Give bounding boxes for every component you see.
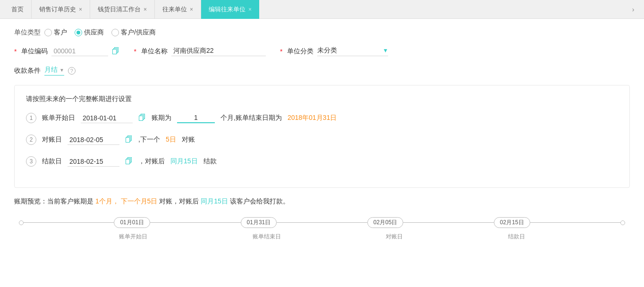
step-row-1: 1 账单开始日 🗍 账期为 个月,账单结束日期为 2018年01月31日: [26, 113, 618, 123]
unit-code-input[interactable]: [51, 46, 108, 56]
mid-label-1: 账期为: [152, 114, 171, 122]
main-content: 单位类型 客户 供应商 客户/供应商 * 单位编码: [0, 19, 644, 287]
step-row-2: 2 对账日 🗍 ,下一个 5日 对账: [26, 135, 618, 145]
payment-cal-icon[interactable]: 🗍: [125, 157, 133, 166]
collection-label: 收款条件: [14, 67, 41, 75]
unit-class-select[interactable]: 未分类 ▼: [317, 46, 388, 56]
unit-info-row: * 单位编码 🗍 * 单位名称 * 单位分类 未分类 ▼: [14, 46, 630, 56]
close-icon[interactable]: ×: [190, 6, 193, 13]
timeline-labels-row: 账单开始日 账单结束日 对账日 结款日: [19, 230, 625, 241]
tab-bar: 首页 销售订单历史 × 钱货日清工作台 × 往来单位 × 编辑往来单位 × ›: [0, 0, 644, 19]
radio-both[interactable]: 客户/供应商: [111, 28, 156, 37]
suffix1: 个月,账单结束日期为: [220, 114, 282, 122]
tl-node-4: 02月15日: [494, 217, 530, 228]
tl-sublabel-4: 结款日: [508, 230, 525, 241]
tab-partner[interactable]: 往来单位 ×: [155, 0, 201, 19]
close-icon[interactable]: ×: [144, 6, 147, 13]
unit-type-row: 单位类型 客户 供应商 客户/供应商: [14, 28, 630, 37]
step-label-2: 对账日: [42, 135, 62, 144]
tl-line-4: [403, 222, 493, 223]
tl-sublabel-1: 账单开始日: [119, 230, 147, 241]
unit-class-dropdown-icon: ▼: [382, 47, 388, 54]
unit-code-label: 单位编码: [21, 47, 48, 56]
tl-line-1: [24, 222, 114, 223]
tl-dot-end: [620, 220, 625, 225]
suffix3: 结款: [203, 157, 217, 166]
tab-edit-partner[interactable]: 编辑往来单位 ×: [201, 0, 259, 19]
preview-text: 账期预览：当前客户账期是 1个月， 下一个月5日 对账，对账后 同月15日 该客…: [14, 197, 630, 206]
tl-node-3: 02月05日: [367, 217, 404, 228]
unit-name-input[interactable]: [171, 46, 266, 56]
preview-part4: 同月15日: [201, 197, 228, 205]
tl-node-2: 01月31日: [241, 217, 277, 228]
month-input[interactable]: [177, 113, 215, 123]
reconcile-cal-icon[interactable]: 🗍: [125, 135, 133, 144]
section-title: 请按照未来的一个完整帐期进行设置: [26, 95, 618, 103]
unit-name-label: 单位名称: [141, 47, 168, 56]
radio-supplier[interactable]: 供应商: [75, 28, 104, 37]
tab-sales-history[interactable]: 销售订单历史 ×: [32, 0, 90, 19]
preview-part2: 下一个月5日: [121, 197, 158, 205]
radio-customer[interactable]: 客户: [44, 28, 67, 37]
tab-expand-button[interactable]: ›: [626, 0, 640, 19]
step-label-3: 结款日: [42, 157, 62, 166]
help-icon[interactable]: ?: [68, 67, 76, 75]
collection-value: 月结: [44, 66, 58, 74]
collection-item: 收款条件 月结 ▼ ?: [14, 66, 76, 76]
tl-line-2: [150, 222, 240, 223]
step-num-3: 3: [26, 156, 36, 167]
payment-date-input[interactable]: [68, 157, 119, 167]
step-label-1: 账单开始日: [42, 114, 75, 122]
close-icon-active[interactable]: ×: [248, 6, 252, 13]
collection-dropdown-icon: ▼: [59, 68, 64, 73]
tl-badge-2: 01月31日: [241, 217, 277, 228]
tl-badge-4: 02月15日: [494, 217, 530, 228]
date-end-highlight: 2018年01月31日: [288, 114, 337, 122]
tab-cash-work[interactable]: 钱货日清工作台 ×: [90, 0, 155, 19]
tl-line-3: [277, 222, 367, 223]
highlight3: 同月15日: [170, 157, 198, 166]
collection-row: 收款条件 月结 ▼ ?: [14, 66, 630, 76]
unit-type-item: 单位类型 客户 供应商 客户/供应商: [14, 28, 156, 37]
tl-sublabel-3: 对账日: [386, 230, 403, 241]
tl-dot-start: [19, 220, 24, 225]
tl-line-5: [530, 222, 620, 223]
unit-code-item: * 单位编码 🗍: [14, 46, 119, 56]
step-num-2: 2: [26, 135, 36, 145]
unit-name-item: * 单位名称: [134, 46, 265, 56]
period-settings-section: 请按照未来的一个完整帐期进行设置 1 账单开始日 🗍 账期为 个月,账单结束日期…: [14, 85, 630, 188]
unit-type-label: 单位类型: [14, 28, 41, 37]
radio-circle-both: [111, 29, 119, 36]
unit-class-label: 单位分类: [287, 47, 314, 56]
preview-part3: 对账，对账后: [159, 197, 199, 205]
start-date-cal-icon[interactable]: 🗍: [138, 114, 146, 122]
close-icon[interactable]: ×: [79, 6, 82, 13]
prefix2: ,下一个: [138, 135, 160, 144]
tl-node-1: 01月01日: [114, 217, 150, 228]
tl-sublabel-2: 账单结束日: [253, 230, 281, 241]
preview-part5: 该客户会给我打款。: [230, 197, 289, 205]
highlight2: 5日: [166, 135, 176, 144]
timeline-container: 01月01日 01月31日 02月05日 02月15日 账单开始日: [14, 217, 630, 241]
radio-circle-customer: [44, 29, 52, 36]
tl-badge-1: 01月01日: [114, 217, 150, 228]
tl-badge-3: 02月05日: [367, 217, 404, 228]
preview-part1: 1个月，: [95, 197, 119, 205]
start-date-input[interactable]: [81, 113, 133, 123]
suffix2: 对账: [182, 135, 195, 144]
radio-circle-supplier: [75, 29, 82, 36]
timeline-line-row: 01月01日 01月31日 02月05日 02月15日: [19, 217, 625, 228]
tab-home[interactable]: 首页: [4, 0, 32, 19]
unit-class-item: * 单位分类 未分类 ▼: [280, 46, 388, 56]
unit-type-radio-group: 客户 供应商 客户/供应商: [44, 28, 156, 37]
step-num-1: 1: [26, 113, 36, 123]
prefix3: ，对账后: [138, 157, 165, 166]
unit-class-value: 未分类: [317, 46, 337, 55]
collection-select[interactable]: 月结 ▼: [44, 66, 64, 76]
unit-code-icon[interactable]: 🗍: [112, 47, 119, 56]
step-row-3: 3 结款日 🗍 ，对账后 同月15日 结款: [26, 156, 618, 167]
reconcile-date-input[interactable]: [68, 135, 119, 145]
